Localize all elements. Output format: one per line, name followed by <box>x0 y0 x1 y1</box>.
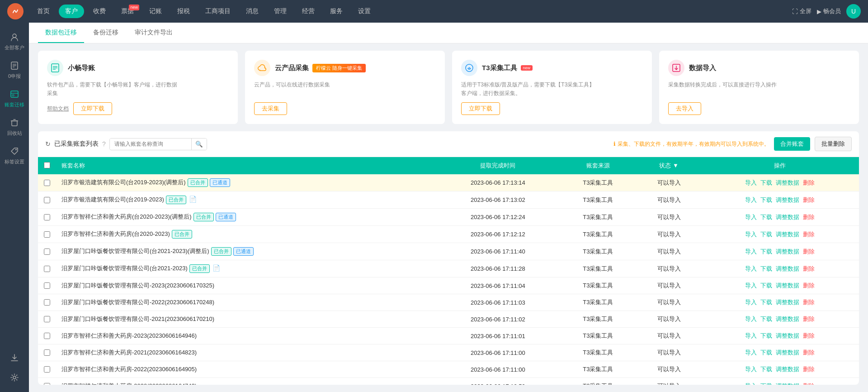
action-导入[interactable]: 导入 <box>745 332 757 339</box>
action-调整数据[interactable]: 调整数据 <box>776 316 799 322</box>
nav-fee[interactable]: 收费 <box>87 5 112 18</box>
action-导入[interactable]: 导入 <box>745 231 757 238</box>
action-导入[interactable]: 导入 <box>745 196 757 203</box>
fullscreen-button[interactable]: ⛶ 全屏 <box>792 7 811 15</box>
row-checkbox-13[interactable] <box>44 383 50 385</box>
download-now-btn-3[interactable]: 立即下载 <box>461 102 500 115</box>
row-checkbox-8[interactable] <box>44 299 50 306</box>
action-调整数据[interactable]: 调整数据 <box>776 265 799 272</box>
row-checkbox-2[interactable] <box>44 197 50 203</box>
row-checkbox-6[interactable] <box>44 266 50 272</box>
action-调整数据[interactable]: 调整数据 <box>776 349 799 356</box>
action-导入[interactable]: 导入 <box>745 316 757 322</box>
sidebar-item-config[interactable] <box>6 368 23 387</box>
row-checkbox-1[interactable] <box>44 180 50 186</box>
action-下载[interactable]: 下载 <box>760 382 772 385</box>
tab-data-migration[interactable]: 数据包迁移 <box>38 23 84 43</box>
action-下载[interactable]: 下载 <box>760 179 772 186</box>
action-调整数据[interactable]: 调整数据 <box>776 231 799 238</box>
action-下载[interactable]: 下载 <box>760 231 772 238</box>
action-删除[interactable]: 删除 <box>803 366 815 373</box>
action-删除[interactable]: 删除 <box>803 214 815 220</box>
nav-operation[interactable]: 经营 <box>296 5 321 18</box>
action-删除[interactable]: 删除 <box>803 265 815 272</box>
action-调整数据[interactable]: 调整数据 <box>776 282 799 289</box>
action-导入[interactable]: 导入 <box>745 366 757 373</box>
nav-invoice[interactable]: 票据new <box>115 5 140 18</box>
row-checkbox-3[interactable] <box>44 214 50 220</box>
action-调整数据[interactable]: 调整数据 <box>776 179 799 186</box>
merge-account-btn[interactable]: 合并账套 <box>774 137 810 151</box>
action-删除[interactable]: 删除 <box>803 179 815 186</box>
refresh-icon[interactable]: ↻ <box>45 140 51 148</box>
nav-customer[interactable]: 客户 <box>59 5 84 18</box>
action-导入[interactable]: 导入 <box>745 248 757 255</box>
download-now-btn-1[interactable]: 立即下载 <box>73 102 112 115</box>
sidebar-item-recycle[interactable]: 回收站 <box>0 113 29 141</box>
action-调整数据[interactable]: 调整数据 <box>776 382 799 385</box>
action-下载[interactable]: 下载 <box>760 366 772 373</box>
action-调整数据[interactable]: 调整数据 <box>776 366 799 373</box>
action-调整数据[interactable]: 调整数据 <box>776 214 799 220</box>
row-checkbox-12[interactable] <box>44 366 50 373</box>
nav-service[interactable]: 服务 <box>324 5 349 18</box>
action-下载[interactable]: 下载 <box>760 214 772 220</box>
action-删除[interactable]: 删除 <box>803 231 815 238</box>
file-icon[interactable]: 📄 <box>189 196 197 203</box>
row-checkbox-5[interactable] <box>44 249 50 255</box>
action-删除[interactable]: 删除 <box>803 299 815 306</box>
row-checkbox-9[interactable] <box>44 316 50 322</box>
file-icon[interactable]: 📄 <box>212 264 220 272</box>
import-btn[interactable]: 去导入 <box>668 102 701 115</box>
action-导入[interactable]: 导入 <box>745 179 757 186</box>
help-doc-link[interactable]: 帮助文档 <box>47 105 69 113</box>
action-删除[interactable]: 删除 <box>803 382 815 385</box>
action-导入[interactable]: 导入 <box>745 299 757 306</box>
search-button[interactable]: 🔍 <box>191 139 207 150</box>
action-调整数据[interactable]: 调整数据 <box>776 332 799 339</box>
row-checkbox-11[interactable] <box>44 349 50 356</box>
action-导入[interactable]: 导入 <box>745 349 757 356</box>
action-调整数据[interactable]: 调整数据 <box>776 299 799 306</box>
sidebar-item-all-customers[interactable]: 全部客户 <box>0 27 29 56</box>
action-删除[interactable]: 删除 <box>803 248 815 255</box>
action-下载[interactable]: 下载 <box>760 282 772 289</box>
row-checkbox-4[interactable] <box>44 231 50 238</box>
row-checkbox-7[interactable] <box>44 282 50 289</box>
nav-settings[interactable]: 设置 <box>352 5 377 18</box>
action-下载[interactable]: 下载 <box>760 248 772 255</box>
action-删除[interactable]: 删除 <box>803 316 815 322</box>
action-下载[interactable]: 下载 <box>760 299 772 306</box>
action-下载[interactable]: 下载 <box>760 265 772 272</box>
action-删除[interactable]: 删除 <box>803 196 815 203</box>
action-删除[interactable]: 删除 <box>803 349 815 356</box>
help-icon[interactable]: ? <box>102 140 106 148</box>
search-input[interactable] <box>110 139 191 149</box>
action-删除[interactable]: 删除 <box>803 282 815 289</box>
action-调整数据[interactable]: 调整数据 <box>776 196 799 203</box>
nav-manage[interactable]: 管理 <box>268 5 293 18</box>
action-下载[interactable]: 下载 <box>760 332 772 339</box>
action-删除[interactable]: 删除 <box>803 332 815 339</box>
nav-bookkeeping[interactable]: 记账 <box>143 5 168 18</box>
action-下载[interactable]: 下载 <box>760 316 772 322</box>
sidebar-item-tag-settings[interactable]: 标签设置 <box>0 141 29 170</box>
sidebar-item-zero-declare[interactable]: 0申报 <box>0 56 29 84</box>
tab-backup-migration[interactable]: 备份迁移 <box>86 23 126 43</box>
batch-delete-btn[interactable]: 批量删除 <box>815 137 852 151</box>
nav-message[interactable]: 消息 <box>240 5 265 18</box>
action-下载[interactable]: 下载 <box>760 349 772 356</box>
action-导入[interactable]: 导入 <box>745 282 757 289</box>
action-导入[interactable]: 导入 <box>745 214 757 220</box>
nav-home[interactable]: 首页 <box>31 5 56 18</box>
nav-tax[interactable]: 报税 <box>171 5 196 18</box>
action-调整数据[interactable]: 调整数据 <box>776 248 799 255</box>
action-下载[interactable]: 下载 <box>760 196 772 203</box>
member-button[interactable]: ▶ 畅会员 <box>817 7 841 15</box>
nav-business[interactable]: 工商项目 <box>199 5 237 18</box>
sidebar-item-download[interactable] <box>6 348 23 368</box>
avatar[interactable]: U <box>846 4 861 19</box>
action-导入[interactable]: 导入 <box>745 265 757 272</box>
sidebar-item-account-migration[interactable]: 账套迁移 <box>0 84 29 113</box>
collect-btn[interactable]: 去采集 <box>254 102 287 115</box>
